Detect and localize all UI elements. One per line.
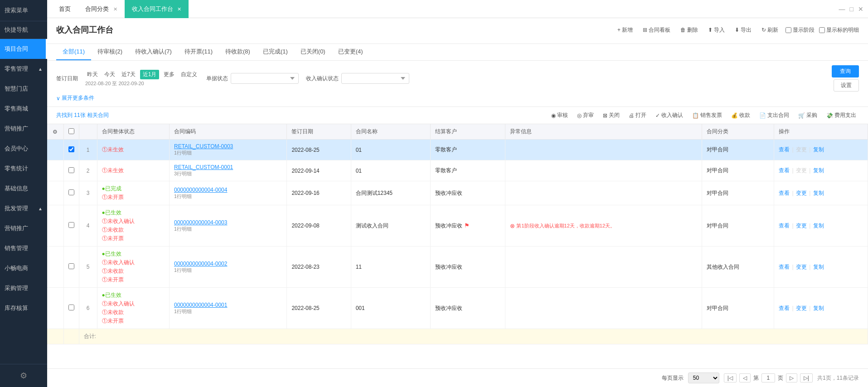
maximize-icon[interactable]: □ [850, 5, 853, 13]
filter-tab-pending-invoice[interactable]: 待开票(11) [178, 44, 219, 60]
collect-button[interactable]: 💰 收款 [728, 111, 753, 120]
sidebar-item-xiao-ecom[interactable]: 小畅电商 [0, 258, 47, 278]
tab-contract-cat[interactable]: 合同分类 ✕ [78, 0, 125, 18]
first-page-button[interactable]: |◁ [724, 373, 737, 382]
row-checkbox[interactable] [68, 222, 74, 228]
contract-code-link[interactable]: RETAIL_CUSTOM-0001 [174, 164, 282, 170]
setting-button[interactable]: 设置 [834, 79, 859, 92]
view-link[interactable]: 查看 [779, 167, 790, 174]
next-page-button[interactable]: ▷ [786, 373, 797, 382]
row-checkbox[interactable] [68, 167, 74, 173]
contract-board-button[interactable]: ⊞ 合同看板 [640, 25, 673, 35]
outbound-contract-button[interactable]: 📄 支出合同 [756, 111, 792, 120]
close-income-workbench-icon[interactable]: ✕ [177, 6, 181, 12]
change-link[interactable]: 变更 [796, 146, 807, 153]
change-link[interactable]: 变更 [796, 190, 807, 196]
export-button[interactable]: ⬇ 导出 [732, 25, 754, 35]
contract-code-link[interactable]: 0000000000004-0003 [174, 219, 282, 226]
sidebar-search[interactable]: 搜索菜单 [0, 0, 47, 21]
last-page-button[interactable]: ▷| [800, 373, 813, 382]
view-link[interactable]: 查看 [779, 223, 790, 229]
sidebar-item-member-center[interactable]: 会员中心 [0, 139, 47, 159]
add-button[interactable]: + 新增 [615, 25, 635, 35]
sidebar-item-retail-mgmt[interactable]: 零售管理 ▲ [0, 59, 47, 79]
sidebar-quick-nav[interactable]: 快捷导航 [0, 21, 47, 39]
close-contract-cat-icon[interactable]: ✕ [113, 6, 117, 12]
show-segment-checkbox-label[interactable]: 显示阶段 [786, 26, 815, 34]
filter-tab-closed[interactable]: 已关闭(0) [294, 44, 332, 60]
copy-link[interactable]: 复制 [813, 146, 824, 153]
doc-status-select[interactable] [231, 73, 299, 84]
col-settings[interactable]: ⚙ [47, 124, 63, 140]
date-opt-more[interactable]: 更多 [162, 70, 176, 79]
select-all-checkbox[interactable] [68, 128, 74, 134]
prev-page-button[interactable]: ◁ [739, 373, 751, 382]
sales-invoice-button[interactable]: 📋 销售发票 [689, 111, 725, 120]
change-link[interactable]: 变更 [796, 167, 807, 174]
expand-more-button[interactable]: ∨ 展开更多条件 [56, 94, 859, 102]
close-contract-button[interactable]: ⊠ 关闭 [600, 111, 622, 120]
close-icon[interactable]: ✕ [858, 5, 863, 13]
contract-code-link[interactable]: 0000000000004-0004 [174, 187, 282, 193]
delete-button[interactable]: 🗑 删除 [678, 25, 701, 35]
filter-tab-completed[interactable]: 已完成(1) [257, 44, 294, 60]
filter-tab-pending-review[interactable]: 待审核(2) [91, 44, 129, 60]
sidebar-item-basic-info[interactable]: 基础信息 [0, 179, 47, 198]
minimize-icon[interactable]: — [839, 5, 845, 13]
view-link[interactable]: 查看 [779, 305, 790, 311]
import-button[interactable]: ⬆ 导入 [705, 25, 727, 35]
income-confirm-button[interactable]: ✓ 收入确认 [653, 111, 686, 120]
gear-icon[interactable]: ⚙ [20, 371, 27, 381]
row-checkbox[interactable] [68, 263, 74, 269]
sidebar-item-inventory[interactable]: 库存核算 [0, 298, 47, 318]
row-checkbox[interactable] [68, 305, 74, 310]
copy-link[interactable]: 复制 [813, 305, 824, 311]
filter-tab-pending-payment[interactable]: 待收款(8) [219, 44, 257, 60]
purchase-button[interactable]: 🛒 采购 [795, 111, 820, 120]
row-checkbox[interactable] [68, 146, 74, 152]
copy-link[interactable]: 复制 [813, 223, 824, 229]
filter-tab-changed[interactable]: 已变更(4) [332, 44, 369, 60]
date-opt-last7[interactable]: 近7天 [120, 70, 137, 79]
sidebar-item-retail-mall[interactable]: 零售商城 [0, 99, 47, 119]
change-link[interactable]: 变更 [796, 223, 807, 229]
view-link[interactable]: 查看 [779, 190, 790, 196]
date-opt-custom[interactable]: 自定义 [179, 70, 199, 79]
expense-button[interactable]: 💸 费用支出 [824, 111, 859, 120]
show-detail-checkbox[interactable] [819, 27, 825, 33]
query-button[interactable]: 查询 [832, 65, 859, 77]
sidebar-item-marketing2[interactable]: 营销推广 [0, 218, 47, 238]
change-link[interactable]: 变更 [796, 305, 807, 311]
sidebar-item-marketing[interactable]: 营销推广 [0, 119, 47, 139]
tab-home[interactable]: 首页 [52, 0, 78, 18]
copy-link[interactable]: 复制 [813, 190, 824, 196]
row-checkbox[interactable] [68, 189, 74, 195]
show-detail-checkbox-label[interactable]: 显示标的明细 [819, 26, 859, 34]
show-segment-checkbox[interactable] [786, 27, 791, 33]
sidebar-item-sales-mgmt[interactable]: 销售管理 [0, 238, 47, 258]
view-link[interactable]: 查看 [779, 264, 790, 270]
contract-code-link[interactable]: 0000000000004-0002 [174, 261, 282, 267]
sidebar-item-purchase-mgmt[interactable]: 采购管理 [0, 278, 47, 298]
contract-code-link[interactable]: 0000000000004-0001 [174, 302, 282, 308]
sidebar-item-retail-stats[interactable]: 零售统计 [0, 159, 47, 179]
view-link[interactable]: 查看 [779, 146, 790, 153]
review-button[interactable]: ◉ 审核 [548, 111, 571, 120]
change-link[interactable]: 变更 [796, 264, 807, 270]
print-button[interactable]: 🖨 打开 [626, 111, 649, 120]
copy-link[interactable]: 复制 [813, 167, 824, 174]
date-opt-today[interactable]: 今天 [102, 70, 117, 79]
sidebar-item-wholesale-mgmt[interactable]: 批发管理 ▲ [0, 198, 47, 218]
tab-income-workbench[interactable]: 收入合同工作台 ✕ [125, 0, 189, 18]
per-page-select[interactable]: 50 20 100 [688, 372, 719, 383]
copy-link[interactable]: 复制 [813, 264, 824, 270]
sidebar-item-smart-store[interactable]: 智慧门店 [0, 79, 47, 99]
date-opt-last1m[interactable]: 近1月 [140, 70, 160, 79]
filter-tab-pending-income-confirm[interactable]: 待收入确认(7) [129, 44, 178, 60]
sidebar-item-project-contract[interactable]: 项目合同 [0, 39, 47, 59]
income-confirm-select[interactable] [341, 73, 409, 84]
refresh-button[interactable]: ↻ 刷新 [759, 25, 781, 35]
contract-code-link[interactable]: RETAIL_CUSTOM-0003 [174, 143, 282, 150]
date-opt-yesterday[interactable]: 昨天 [85, 70, 100, 79]
filter-tab-all[interactable]: 全部(11) [56, 44, 91, 60]
